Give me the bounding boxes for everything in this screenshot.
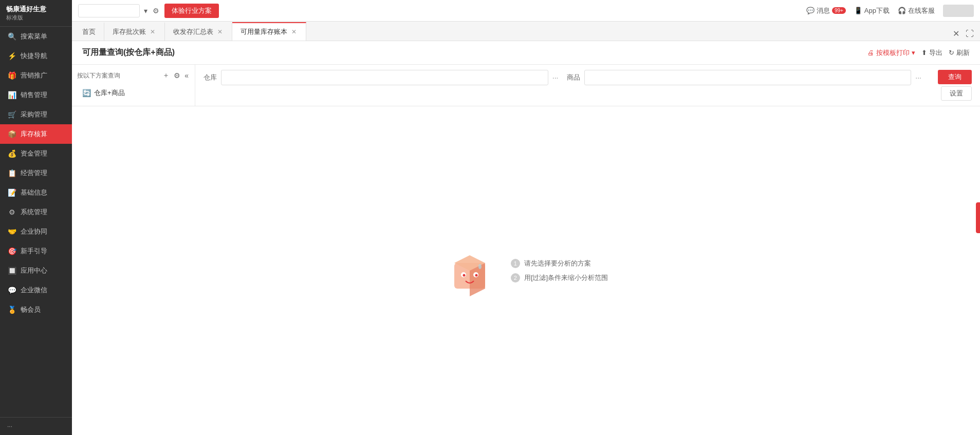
sidebar-item-新手引导[interactable]: 🎯新手引导 [0,241,72,261]
sidebar-icon-11: 🎯 [7,247,16,255]
message-badge: 99+ [832,7,846,14]
sidebar-icon-3: 📊 [7,91,16,99]
message-btn[interactable]: 💬 消息 99+ [806,6,846,15]
scheme-item-warehouse-goods[interactable]: 🔄 仓库+商品 [77,85,190,101]
app-download-btn[interactable]: 📱 App下载 [854,6,890,15]
sidebar-item-企业协同[interactable]: 🤝企业协同 [0,222,72,241]
tab-0[interactable]: 首页 [72,22,104,41]
sidebar-item-销售管理[interactable]: 📊销售管理 [0,85,72,105]
page-header-actions: 🖨 按模板打印 ▾ ⬆ 导出 ↻ 刷新 [867,48,970,58]
sidebar-item-库存核算[interactable]: 📦库存核算 [0,124,72,144]
tab-label-0: 首页 [82,27,96,36]
sidebar-icon-8: 📝 [7,188,16,197]
sidebar-icon-12: 🔲 [7,267,16,275]
sidebar-label-9: 系统管理 [21,207,47,217]
page-title: 可用量查询(按仓库+商品) [82,47,175,58]
goods-more-btn[interactable]: ··· [915,73,921,82]
message-icon: 💬 [806,7,815,14]
tab-label-3: 可用量库存账本 [241,27,287,36]
refresh-btn[interactable]: ↻ 刷新 [949,48,970,58]
message-label: 消息 [817,6,830,15]
app-download-icon: 📱 [854,7,862,14]
right-scroll-hint [976,202,980,233]
filter-area: 按以下方案查询 ＋ ⚙ « 🔄 仓库+商品 仓库 [72,65,980,106]
gear-btn[interactable]: ⚙ [152,6,160,16]
sidebar-item-经营管理[interactable]: 📋经营管理 [0,163,72,183]
sidebar-label-12: 应用中心 [21,266,47,275]
goods-field: 商品 ··· [567,70,922,85]
sidebar-icon-13: 💬 [7,286,16,294]
sidebar-item-基础信息[interactable]: 📝基础信息 [0,183,72,202]
svg-point-7 [478,264,482,269]
topbar-search: ▾ ⚙ [78,4,160,17]
avatar[interactable] [943,5,974,17]
online-service-btn[interactable]: 🎧 在线客服 [898,6,935,15]
settings-btn[interactable]: 设置 [941,86,972,101]
sidebar-label-7: 经营管理 [21,168,47,178]
search-input[interactable] [78,4,140,17]
sidebar-item-应用中心[interactable]: 🔲应用中心 [0,261,72,280]
tip-num-1: 1 [511,259,520,268]
industry-btn[interactable]: 体验行业方案 [164,4,219,18]
sidebar-scroll: 🔍搜索菜单⚡快捷导航🎁营销推广📊销售管理🛒采购管理📦库存核算💰资金管理📋经营管理… [0,27,72,417]
sidebar-label-0: 搜索菜单 [21,32,47,41]
print-label: 按模板打印 [876,48,910,58]
maximize-btn[interactable]: ⛶ [964,27,976,41]
tab-close-1[interactable]: ✕ [149,28,156,36]
warehouse-input[interactable] [221,70,548,85]
tab-3[interactable]: 可用量库存账本✕ [232,22,306,41]
export-icon: ⬆ [921,49,927,56]
sidebar-icon-9: ⚙ [7,208,16,216]
sidebar-icon-4: 🛒 [7,110,16,119]
sidebar-label-11: 新手引导 [21,247,47,256]
close-tab-btn[interactable]: ✕ [951,27,961,41]
tab-1[interactable]: 库存批次账✕ [104,22,165,41]
sidebar-item-搜索菜单[interactable]: 🔍搜索菜单 [0,27,72,46]
add-scheme-btn[interactable]: ＋ [161,70,171,81]
sidebar-label-1: 快捷导航 [21,51,47,61]
filter-row: 仓库 ··· 商品 ··· [204,70,921,85]
warehouse-more-btn[interactable]: ··· [552,73,559,82]
sidebar-label-3: 销售管理 [21,90,47,100]
empty-state: 1 请先选择要分析的方案 2 用[过滤]条件来缩小分析范围 [72,106,980,435]
empty-tips: 1 请先选择要分析的方案 2 用[过滤]条件来缩小分析范围 [511,259,608,282]
sidebar-icon-14: 🏅 [7,306,16,314]
sidebar-item-系统管理[interactable]: ⚙系统管理 [0,202,72,222]
export-btn[interactable]: ⬆ 导出 [921,48,942,58]
sidebar-item-资金管理[interactable]: 💰资金管理 [0,144,72,163]
sidebar-icon-0: 🔍 [7,32,16,41]
svg-point-6 [475,274,477,277]
sidebar-label-5: 库存核算 [21,129,47,139]
filter-actions: 查询 设置 [930,65,980,106]
print-icon: 🖨 [867,49,874,56]
search-dropdown-btn[interactable]: ▾ [143,6,149,16]
export-label: 导出 [929,48,942,58]
print-btn[interactable]: 🖨 按模板打印 ▾ [867,48,915,58]
app-logo: 畅康通好生意 标准版 [0,0,72,27]
tab-label-1: 库存批次账 [113,27,146,36]
app-name: 畅康通好生意 [6,5,66,14]
scheme-icon: 🔄 [82,89,91,97]
collapse-btn[interactable]: « [183,70,190,81]
filter-left: 按以下方案查询 ＋ ⚙ « 🔄 仓库+商品 [72,65,195,106]
sidebar: 畅康通好生意 标准版 🔍搜索菜单⚡快捷导航🎁营销推广📊销售管理🛒采购管理📦库存核… [0,0,72,435]
sidebar-item-企业微信[interactable]: 💬企业微信 [0,280,72,300]
online-service-icon: 🎧 [898,7,906,14]
sidebar-item-采购管理[interactable]: 🛒采购管理 [0,105,72,124]
tab-close-2[interactable]: ✕ [216,28,224,36]
page: 可用量查询(按仓库+商品) 🖨 按模板打印 ▾ ⬆ 导出 ↻ 刷新 [72,41,980,435]
query-btn[interactable]: 查询 [938,70,972,84]
sidebar-item-畅会员[interactable]: 🏅畅会员 [0,300,72,319]
tip-1: 1 请先选择要分析的方案 [511,259,608,268]
tab-2[interactable]: 收发存汇总表✕ [165,22,232,41]
manage-scheme-btn[interactable]: ⚙ [173,70,181,81]
sidebar-label-10: 企业协同 [21,227,47,236]
tab-close-3[interactable]: ✕ [290,28,298,36]
goods-input[interactable] [584,70,912,85]
sidebar-item-快捷导航[interactable]: ⚡快捷导航 [0,46,72,66]
tip-text-2: 用[过滤]条件来缩小分析范围 [524,273,608,282]
print-dropdown-icon: ▾ [912,49,915,56]
sidebar-icon-5: 📦 [7,130,16,138]
sidebar-item-营销推广[interactable]: 🎁营销推广 [0,66,72,85]
sidebar-label-4: 采购管理 [21,110,47,119]
